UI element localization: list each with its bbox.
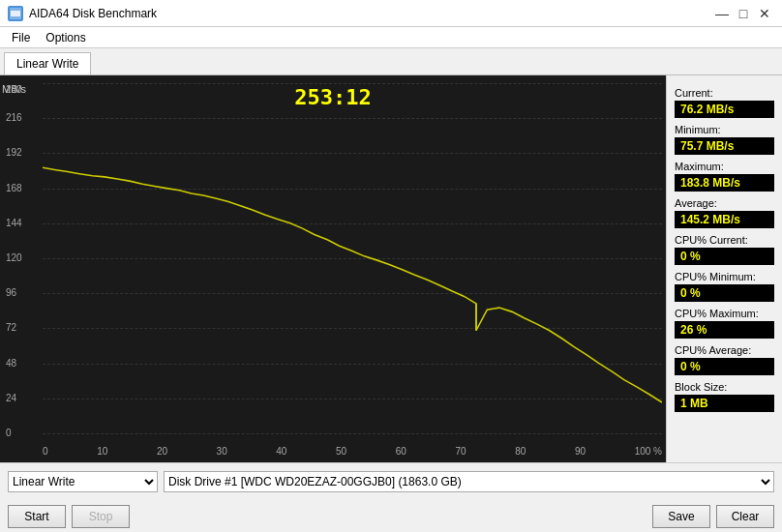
app-icon — [8, 6, 23, 21]
minimize-button[interactable]: — — [712, 5, 732, 22]
svg-rect-1 — [11, 11, 20, 16]
minimum-label: Minimum: — [675, 124, 774, 135]
cpu-avg-label: CPU% Average: — [675, 344, 774, 356]
chart-area: MB/s 240 216 192 168 144 — [0, 75, 666, 462]
cpu-avg-value: 0 % — [675, 358, 774, 375]
x-tick-50: 50 — [336, 446, 346, 457]
cpu-min-value: 0 % — [675, 284, 774, 302]
maximum-value: 183.8 MB/s — [675, 174, 774, 192]
tab-linear-write[interactable]: Linear Write — [4, 52, 91, 74]
maximize-button[interactable]: □ — [734, 5, 753, 22]
cpu-current-value: 0 % — [675, 248, 774, 265]
block-size-label: Block Size: — [675, 381, 774, 393]
x-tick-40: 40 — [276, 446, 286, 457]
window-title: AIDA64 Disk Benchmark — [29, 7, 157, 20]
x-tick-20: 20 — [157, 446, 167, 457]
drive-select[interactable]: Disk Drive #1 [WDC WD20EZAZ-00GGJB0] (18… — [164, 471, 774, 492]
stats-panel: Current: 76.2 MB/s Minimum: 75.7 MB/s Ma… — [666, 75, 782, 462]
minimum-value: 75.7 MB/s — [675, 137, 774, 155]
cpu-min-label: CPU% Minimum: — [675, 271, 774, 282]
menu-file[interactable]: File — [4, 29, 38, 46]
cpu-current-label: CPU% Current: — [675, 234, 774, 246]
main-area: MB/s 240 216 192 168 144 — [0, 75, 782, 462]
x-tick-80: 80 — [515, 446, 526, 457]
x-tick-70: 70 — [455, 446, 466, 457]
current-value: 76.2 MB/s — [675, 101, 774, 118]
current-label: Current: — [675, 87, 774, 99]
x-tick-30: 30 — [217, 446, 227, 457]
x-tick-10: 10 — [97, 446, 107, 457]
clear-button[interactable]: Clear — [716, 505, 774, 528]
save-button[interactable]: Save — [652, 505, 710, 528]
cpu-max-value: 26 % — [675, 321, 774, 339]
cpu-max-label: CPU% Maximum: — [675, 308, 774, 319]
close-button[interactable]: ✕ — [755, 5, 774, 22]
x-tick-90: 90 — [575, 446, 586, 457]
block-size-value: 1 MB — [675, 395, 774, 412]
bottom-controls: Linear Write Disk Drive #1 [WDC WD20EZAZ… — [0, 462, 782, 532]
average-value: 145.2 MB/s — [675, 211, 774, 228]
timer-display: 253:12 — [294, 85, 371, 109]
menu-options[interactable]: Options — [38, 29, 93, 46]
test-select[interactable]: Linear Write — [8, 471, 158, 492]
x-tick-0: 0 — [43, 446, 48, 457]
title-bar: AIDA64 Disk Benchmark — □ ✕ — [0, 0, 782, 27]
start-button[interactable]: Start — [8, 505, 66, 528]
tab-bar: Linear Write — [0, 48, 782, 75]
average-label: Average: — [675, 197, 774, 209]
menu-bar: File Options — [0, 27, 782, 48]
maximum-label: Maximum: — [675, 161, 774, 172]
stop-button[interactable]: Stop — [72, 505, 130, 528]
x-tick-60: 60 — [396, 446, 406, 457]
x-tick-100: 100 % — [635, 446, 662, 457]
